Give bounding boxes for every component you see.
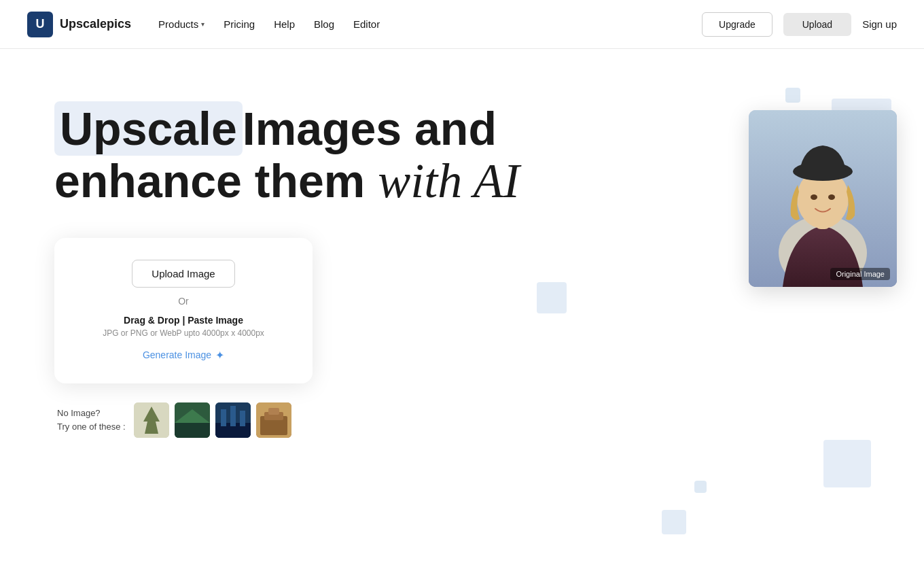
logo-icon: U (27, 12, 53, 37)
logo-text: Upscalepics (60, 17, 131, 31)
nav-link-editor[interactable]: Editor (353, 18, 380, 30)
sample-thumb-4[interactable] (256, 402, 291, 438)
upload-image-button[interactable]: Upload Image (132, 260, 234, 288)
svg-rect-9 (240, 411, 245, 426)
sample-thumb-3[interactable] (215, 402, 251, 438)
svg-rect-8 (221, 409, 226, 426)
nav-link-pricing[interactable]: Pricing (224, 18, 255, 30)
deco-square-3 (537, 282, 567, 313)
deco-square-6 (662, 510, 686, 534)
logo[interactable]: U Upscalepics (27, 12, 131, 37)
generate-link[interactable]: Generate Image ✦ (82, 349, 285, 362)
hero-title-italic: with AI (378, 154, 520, 208)
upload-card: Upload Image Or Drag & Drop | Paste Imag… (54, 238, 313, 383)
hero-title-upscale: Upscale (54, 101, 243, 156)
signup-link[interactable]: Sign up (862, 18, 897, 30)
svg-rect-3 (175, 423, 210, 438)
upgrade-button[interactable]: Upgrade (702, 12, 772, 37)
nav-link-products[interactable]: Products ▾ (158, 18, 205, 30)
nav-right: Upgrade Upload Sign up (702, 12, 897, 37)
no-image-label: No Image? Try one of these : (57, 407, 126, 433)
navbar: U Upscalepics Products ▾ Pricing Help Bl… (0, 0, 924, 49)
deco-square-5 (694, 481, 707, 493)
nav-link-help[interactable]: Help (274, 18, 295, 30)
hero-content: UpscaleImages and enhance them with AI U… (54, 103, 520, 438)
chevron-down-icon: ▾ (201, 20, 205, 28)
nav-link-blog[interactable]: Blog (314, 18, 334, 30)
svg-point-19 (811, 194, 817, 200)
upload-nav-button[interactable]: Upload (783, 13, 851, 36)
original-image-placeholder: Original Image (749, 110, 897, 287)
hero-title-part2: Images and (243, 103, 497, 154)
sample-thumb-1[interactable] (134, 402, 169, 438)
svg-point-20 (828, 194, 835, 200)
sample-thumbs (134, 402, 291, 438)
nav-links: Products ▾ Pricing Help Blog Editor (158, 18, 380, 30)
sample-thumb-2[interactable] (175, 402, 210, 438)
deco-square-1 (785, 88, 800, 103)
drag-drop-text: Drag & Drop | Paste Image (82, 315, 285, 326)
sample-images-row: No Image? Try one of these : (57, 402, 520, 438)
format-text: JPG or PNG or WebP upto 4000px x 4000px (82, 328, 285, 338)
svg-rect-13 (268, 408, 279, 415)
original-image-label: Original Image (830, 268, 890, 280)
hero-title-enhance: enhance them (54, 155, 378, 207)
hero-title: UpscaleImages and enhance them with AI (54, 103, 520, 208)
deco-square-4 (823, 440, 871, 487)
nav-left: U Upscalepics Products ▾ Pricing Help Bl… (27, 12, 380, 37)
hero-section: UpscaleImages and enhance them with AI U… (0, 49, 924, 584)
svg-rect-7 (230, 406, 236, 426)
generate-icon: ✦ (215, 349, 224, 362)
original-image-card: Original Image (749, 110, 897, 287)
generate-label: Generate Image (143, 349, 211, 360)
or-text: Or (82, 296, 285, 307)
